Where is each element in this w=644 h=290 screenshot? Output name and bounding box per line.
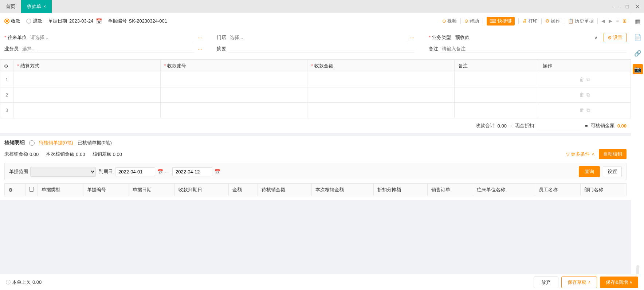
discount-input[interactable] xyxy=(538,122,582,129)
print-action[interactable]: 🖨 打印 xyxy=(522,18,538,24)
maximize-btn[interactable]: □ xyxy=(624,3,631,10)
stat-current: 本次核销金额 0.00 xyxy=(46,151,85,157)
help-action[interactable]: ⊙ 帮助 xyxy=(464,18,479,24)
doc-range-field: 单据范围 ∨ xyxy=(9,167,94,177)
salesperson-input[interactable] xyxy=(21,45,194,52)
grid-icon[interactable]: ⊞ xyxy=(623,18,627,24)
row3-copy-icon[interactable]: ⧉ xyxy=(586,107,590,113)
row3-remarks[interactable] xyxy=(454,103,539,118)
shortcut-btn[interactable]: ⌨ 快捷键 xyxy=(487,17,515,26)
salesperson-label: 业务员 xyxy=(4,46,19,52)
business-type-chevron[interactable]: ∨ xyxy=(594,35,598,40)
table-header-row: ⚙ * 结算方式 * 收款账号 * 收款金额 备注 xyxy=(0,60,631,72)
row2-account[interactable] xyxy=(160,87,307,103)
next-icon[interactable]: ▶ xyxy=(609,18,612,24)
row2-amount[interactable] xyxy=(307,87,455,103)
minimize-btn[interactable]: — xyxy=(613,3,621,10)
summary-input[interactable] xyxy=(228,45,415,52)
close-btn[interactable]: ✕ xyxy=(634,3,641,10)
summary-field: 摘要 xyxy=(217,45,415,52)
row3-account[interactable] xyxy=(160,103,307,118)
remarks-input[interactable] xyxy=(440,45,627,52)
date-end-icon[interactable]: 📅 xyxy=(215,169,220,175)
table-settings-col[interactable]: ⚙ xyxy=(0,60,13,72)
done-tab[interactable]: 已核销单据(0笔) xyxy=(78,140,112,146)
row2-remarks[interactable] xyxy=(454,87,539,103)
operation-label: 操作 xyxy=(551,18,560,24)
sidebar-table-icon[interactable]: ▦ xyxy=(633,16,643,26)
bottom-table-header: ⚙ 单据类型 单据编号 单据日期 收款到期日 金额 待核销金额 本次核销金额 折… xyxy=(5,184,627,196)
pending-tab[interactable]: 待核销单据(0笔) xyxy=(39,140,73,146)
auto-reconcile-btn[interactable]: 自动核销 xyxy=(599,149,627,159)
bth-checkbox xyxy=(25,184,38,196)
sidebar-doc-icon[interactable]: 📄 xyxy=(633,32,643,42)
prev-icon[interactable]: ◀ xyxy=(601,18,605,24)
tab-close-icon[interactable]: × xyxy=(43,4,46,9)
th-account: * 收款账号 xyxy=(160,60,307,72)
sidebar-link-icon[interactable]: 🔗 xyxy=(633,48,643,58)
date-value: 2023-03-24 xyxy=(69,18,94,24)
video-label: 视频 xyxy=(447,18,457,24)
row1-copy-icon[interactable]: ⧉ xyxy=(586,77,590,83)
receipt-radio[interactable]: 收款 xyxy=(4,18,20,24)
remarks-field: 备注 xyxy=(429,45,627,52)
bth-discount: 折扣分摊额 xyxy=(373,184,427,196)
bottom-bar: ⓘ 本单上欠 0.00 放弃 保存草稿 ∧ 保存&新增 ∧ xyxy=(0,274,644,290)
row1-settlement[interactable] xyxy=(13,72,161,87)
row1-actions: 🗑 ⧉ xyxy=(539,72,631,87)
row2-settlement[interactable] xyxy=(13,87,161,103)
search-btns: 查询 设置 xyxy=(579,166,622,177)
select-all-checkbox[interactable] xyxy=(29,187,34,192)
video-action[interactable]: ⊙ 视频 xyxy=(442,18,457,24)
doc-range-select[interactable] xyxy=(30,167,96,177)
table-footer: 收款合计 0.00 + 现金折扣: = 可核销金额 0.00 xyxy=(0,118,631,133)
date-start-icon[interactable]: 📅 xyxy=(157,169,163,175)
list-icon[interactable]: ≡ xyxy=(616,18,619,24)
stat0-label: 未核销金额 xyxy=(4,151,28,157)
salesperson-dots[interactable]: ··· xyxy=(198,46,202,52)
operation-action[interactable]: ⚙ 操作 xyxy=(545,18,560,24)
row1-account[interactable] xyxy=(160,72,307,87)
docno-label: 单据编号 xyxy=(108,18,127,24)
store-dots[interactable]: ··· xyxy=(410,35,415,40)
counterparty-dots[interactable]: ··· xyxy=(198,35,202,40)
abandon-btn[interactable]: 放弃 xyxy=(534,277,558,288)
settings-button[interactable]: ⚙ 设置 xyxy=(604,33,627,42)
row1-delete-icon[interactable]: 🗑 xyxy=(579,77,584,83)
counterparty-input[interactable] xyxy=(29,34,194,41)
tab-receipt[interactable]: 收款单 × xyxy=(21,0,52,13)
bottom-actions: 放弃 保存草稿 ∧ 保存&新增 ∧ xyxy=(534,277,638,288)
query-btn[interactable]: 查询 xyxy=(579,166,600,177)
row2-no: 2 xyxy=(0,87,13,103)
date-start-input[interactable] xyxy=(115,167,155,176)
tab-home[interactable]: 首页 xyxy=(0,0,21,13)
main-content: 收款 退款 单据日期 2023-03-24 📅 单据编号 SK-20230324… xyxy=(0,13,631,274)
row3-amount[interactable] xyxy=(307,103,455,118)
reconcile-info-icon[interactable]: i xyxy=(29,140,35,146)
sidebar-camera-icon[interactable]: 📷 xyxy=(633,64,643,74)
tab-receipt-label: 收款单 xyxy=(27,3,41,10)
row2-delete-icon[interactable]: 🗑 xyxy=(579,92,584,98)
bth-settings[interactable]: ⚙ xyxy=(5,184,25,196)
bottom-info-label: 本单上欠 xyxy=(12,279,31,286)
row3-settlement[interactable] xyxy=(13,103,161,118)
bth-amount: 金额 xyxy=(228,184,258,196)
row1-remarks[interactable] xyxy=(454,72,539,87)
table-row: 2 🗑 ⧉ xyxy=(0,87,631,103)
bottom-info-icon[interactable]: ⓘ xyxy=(6,279,11,286)
calendar-icon[interactable]: 📅 xyxy=(96,18,102,24)
row2-copy-icon[interactable]: ⧉ xyxy=(586,92,590,98)
date-end-input[interactable] xyxy=(172,167,212,176)
history-action[interactable]: 📋 历史单据 xyxy=(568,18,594,24)
window-controls: — □ ✕ xyxy=(613,3,644,10)
row3-delete-icon[interactable]: 🗑 xyxy=(579,107,584,113)
draft-btn[interactable]: 保存草稿 ∧ xyxy=(561,277,597,288)
draft-label: 保存草稿 xyxy=(568,279,586,286)
row1-amount[interactable] xyxy=(307,72,455,87)
counterparty-field: * 往来单位 ··· xyxy=(4,34,202,41)
store-input[interactable] xyxy=(228,34,407,41)
refund-radio[interactable]: 退款 xyxy=(26,18,42,24)
reconcile-settings-btn[interactable]: 设置 xyxy=(603,166,622,177)
more-conditions-btn[interactable]: ▽ 更多条件 ∧ xyxy=(566,151,595,157)
save-new-btn[interactable]: 保存&新增 ∧ xyxy=(600,277,638,288)
